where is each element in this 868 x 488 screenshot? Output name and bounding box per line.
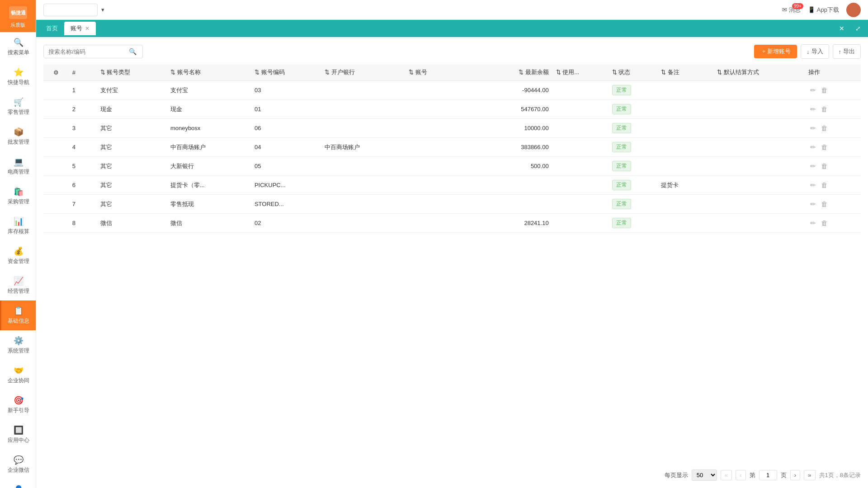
- topbar-left: ▾: [43, 4, 104, 16]
- delete-button[interactable]: 🗑: [819, 143, 830, 151]
- last-page-button[interactable]: »: [804, 470, 815, 480]
- sidebar-item-label: 资金管理: [8, 258, 29, 265]
- sidebar-item-beginner-guide[interactable]: 🎯 新手引导: [0, 390, 36, 420]
- prev-page-button[interactable]: ‹: [736, 470, 745, 480]
- edit-button[interactable]: ✏: [808, 162, 818, 170]
- col-account[interactable]: ⇅ 账号: [405, 64, 475, 81]
- tab-home[interactable]: 首页: [40, 22, 64, 35]
- sidebar-item-ecommerce-mgmt[interactable]: 💻 电商管理: [0, 151, 36, 181]
- col-note[interactable]: ⇅ 备注: [657, 64, 713, 81]
- sidebar-item-inventory-check[interactable]: 📊 库存核算: [0, 211, 36, 241]
- sidebar-item-app-center[interactable]: 🔲 应用中心: [0, 420, 36, 450]
- row-usage: [552, 195, 609, 214]
- row-note: [657, 214, 713, 233]
- delete-button[interactable]: 🗑: [819, 181, 830, 189]
- row-setting: [43, 176, 69, 195]
- import-button[interactable]: ↓ 导入: [801, 44, 829, 59]
- sidebar-item-finance-mgmt[interactable]: 💰 资金管理: [0, 241, 36, 271]
- row-note: [657, 119, 713, 138]
- app-download-button[interactable]: 📱 App下载: [808, 6, 839, 14]
- quick-nav-icon: ⭐: [14, 67, 24, 77]
- row-type: 其它: [97, 195, 167, 214]
- table-row: 5 其它 大新银行 05 500.00 正常 ✏ 🗑: [43, 157, 861, 176]
- toolbar-actions: + 新增账号 ↓ 导入 ↑ 导出: [754, 44, 861, 59]
- row-account: [405, 214, 475, 233]
- sidebar-item-enterprise-wechat[interactable]: 💬 企业微信: [0, 450, 36, 479]
- row-num: 6: [69, 176, 97, 195]
- col-name[interactable]: ⇅ 账号名称: [167, 64, 251, 81]
- member-icon: 👤: [14, 485, 24, 488]
- edit-button[interactable]: ✏: [808, 105, 818, 113]
- delete-button[interactable]: 🗑: [819, 162, 830, 170]
- page-label-end: 页: [781, 471, 787, 479]
- sidebar-item-label: 搜索菜单: [8, 49, 29, 56]
- add-account-button[interactable]: + 新增账号: [754, 45, 797, 58]
- tab-minimize-icon[interactable]: ✕: [835, 25, 848, 32]
- sidebar-item-wholesale-mgmt[interactable]: 📦 批发管理: [0, 122, 36, 151]
- logo-image: 畅捷通: [7, 5, 29, 21]
- edit-button[interactable]: ✏: [808, 86, 818, 94]
- topbar-right: ✉ 消息 99+ 📱 App下载: [782, 3, 861, 17]
- col-code[interactable]: ⇅ 账号编码: [251, 64, 321, 81]
- first-page-button[interactable]: «: [721, 470, 732, 480]
- page-number-input[interactable]: [759, 470, 777, 480]
- row-usage: [552, 176, 609, 195]
- table-row: 6 其它 提货卡（零... PICKUPC... 正常 提货卡 ✏ 🗑: [43, 176, 861, 195]
- sidebar-item-enterprise-agreement[interactable]: 🤝 企业协同: [0, 360, 36, 390]
- chevron-down-icon: ▾: [101, 6, 104, 13]
- search-button[interactable]: 🔍: [125, 45, 140, 58]
- row-status: 正常: [609, 157, 658, 176]
- delete-button[interactable]: 🗑: [819, 219, 830, 227]
- row-default-settlement: [713, 214, 805, 233]
- page-size-label: 每页显示: [665, 471, 688, 479]
- account-search-input[interactable]: [44, 46, 125, 58]
- sidebar-item-label: 电商管理: [8, 168, 29, 176]
- export-button[interactable]: ↑ 导出: [833, 44, 861, 59]
- row-name: 提货卡（零...: [167, 176, 251, 195]
- delete-button[interactable]: 🗑: [819, 105, 830, 113]
- col-type[interactable]: ⇅ 账号类型: [97, 64, 167, 81]
- accounts-table-wrap: ⚙ # ⇅ 账号类型 ⇅ 账号名称 ⇅ 账号编码 ⇅ 开户银行 ⇅ 账号 ⇅ 最…: [43, 64, 861, 464]
- sidebar-item-basic-info[interactable]: 📋 基础信息: [0, 300, 36, 330]
- enterprise-wechat-icon: 💬: [14, 455, 24, 465]
- topbar-dropdown[interactable]: ▾: [101, 6, 104, 13]
- tab-close-icon[interactable]: ✕: [85, 25, 90, 32]
- user-avatar[interactable]: [846, 3, 861, 17]
- row-balance: 28241.10: [475, 214, 552, 233]
- edit-button[interactable]: ✏: [808, 181, 818, 189]
- row-status: 正常: [609, 176, 658, 195]
- edit-button[interactable]: ✏: [808, 143, 818, 151]
- delete-button[interactable]: 🗑: [819, 124, 830, 132]
- col-default-settlement[interactable]: ⇅ 默认结算方式: [713, 64, 805, 81]
- sidebar-item-system-mgmt[interactable]: ⚙️ 系统管理: [0, 330, 36, 360]
- edit-button[interactable]: ✏: [808, 124, 818, 132]
- col-bank[interactable]: ⇅ 开户银行: [321, 64, 405, 81]
- delete-button[interactable]: 🗑: [819, 200, 830, 208]
- row-code: PICKUPC...: [251, 176, 321, 195]
- message-button[interactable]: ✉ 消息 99+: [782, 6, 801, 14]
- col-balance[interactable]: ⇅ 最新余额: [475, 64, 552, 81]
- tab-maximize-icon[interactable]: ⤢: [852, 25, 864, 32]
- edit-button[interactable]: ✏: [808, 200, 818, 208]
- edit-button[interactable]: ✏: [808, 219, 818, 227]
- sidebar-item-quick-nav[interactable]: ⭐ 快捷导航: [0, 62, 36, 92]
- row-note: [657, 157, 713, 176]
- topbar-search-input[interactable]: [43, 4, 98, 16]
- page-size-select[interactable]: 50 10 20 100: [692, 469, 717, 481]
- row-type: 现金: [97, 100, 167, 119]
- row-status: 正常: [609, 119, 658, 138]
- col-status[interactable]: ⇅ 状态: [609, 64, 658, 81]
- sidebar-item-member[interactable]: 👤 畅会员: [0, 479, 36, 488]
- delete-button[interactable]: 🗑: [819, 86, 830, 94]
- row-usage: [552, 100, 609, 119]
- table-row: 2 现金 现金 01 547670.00 正常 ✏ 🗑: [43, 100, 861, 119]
- sidebar-item-retail-mgmt[interactable]: 🛒 零售管理: [0, 92, 36, 122]
- sidebar-item-purchase-mgmt[interactable]: 🛍️ 采购管理: [0, 181, 36, 211]
- sidebar-item-search-menu[interactable]: 🔍 搜索菜单: [0, 32, 36, 62]
- row-bank: [321, 157, 405, 176]
- col-usage[interactable]: ⇅ 使用...: [552, 64, 609, 81]
- sidebar-item-business-mgmt[interactable]: 📈 经营管理: [0, 271, 36, 300]
- next-page-button[interactable]: ›: [790, 470, 800, 480]
- col-setting[interactable]: ⚙: [43, 64, 69, 81]
- tab-accounts[interactable]: 账号 ✕: [64, 22, 96, 35]
